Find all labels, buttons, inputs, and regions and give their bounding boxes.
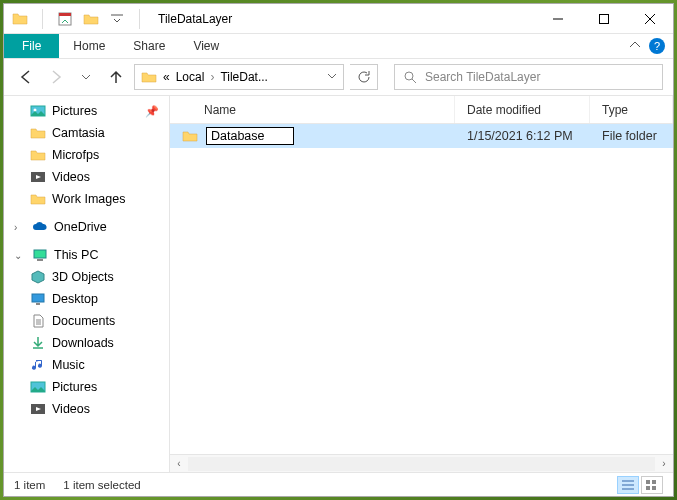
sidebar-item-videos-pc[interactable]: Videos — [12, 398, 169, 420]
svg-rect-7 — [37, 259, 43, 261]
file-row[interactable]: 1/15/2021 6:12 PM File folder — [170, 124, 673, 148]
up-button[interactable] — [104, 65, 128, 89]
music-icon — [30, 357, 46, 373]
search-input[interactable]: Search TileDataLayer — [394, 64, 663, 90]
folder-icon — [182, 128, 198, 144]
breadcrumb-prefix: « — [163, 70, 170, 84]
file-type: File folder — [590, 129, 673, 143]
new-folder-icon[interactable] — [83, 11, 99, 27]
chevron-right-icon[interactable]: › — [210, 70, 214, 84]
svg-rect-8 — [32, 294, 44, 302]
sidebar-item-documents[interactable]: Documents — [12, 310, 169, 332]
ribbon-tabs: File Home Share View ? — [4, 34, 673, 59]
pictures-icon — [30, 379, 46, 395]
forward-button[interactable] — [44, 65, 68, 89]
chevron-right-icon: › — [14, 222, 26, 233]
column-date[interactable]: Date modified — [455, 96, 590, 123]
onedrive-icon — [32, 219, 48, 235]
recent-dropdown-icon[interactable] — [74, 65, 98, 89]
properties-icon[interactable] — [57, 11, 73, 27]
sidebar-item-downloads[interactable]: Downloads — [12, 332, 169, 354]
pin-icon: 📌 — [145, 105, 159, 118]
selection-count: 1 item selected — [63, 479, 140, 491]
explorer-window: TileDataLayer File Home Share View ? « L… — [3, 3, 674, 497]
maximize-button[interactable] — [581, 4, 627, 34]
documents-icon — [30, 313, 46, 329]
breadcrumb[interactable]: TileDat... — [220, 70, 268, 84]
refresh-button[interactable] — [350, 64, 378, 90]
scroll-right-icon: › — [655, 458, 673, 469]
desktop-icon — [30, 291, 46, 307]
window-title: TileDataLayer — [158, 12, 232, 26]
svg-point-2 — [405, 72, 413, 80]
svg-rect-12 — [646, 480, 650, 484]
sidebar-item-onedrive[interactable]: ›OneDrive — [12, 216, 169, 238]
sidebar-item-music[interactable]: Music — [12, 354, 169, 376]
folder-icon — [12, 11, 28, 27]
file-list[interactable]: 1/15/2021 6:12 PM File folder — [170, 124, 673, 454]
videos-icon — [30, 401, 46, 417]
help-icon[interactable]: ? — [649, 38, 665, 54]
sidebar-item-videos[interactable]: Videos — [12, 166, 169, 188]
tab-share[interactable]: Share — [119, 34, 179, 58]
svg-rect-1 — [600, 14, 609, 23]
column-headers: Name Date modified Type — [170, 96, 673, 124]
address-dropdown-icon[interactable] — [327, 70, 337, 84]
address-box[interactable]: « Local › TileDat... — [134, 64, 344, 90]
icons-view-button[interactable] — [641, 476, 663, 494]
search-placeholder: Search TileDataLayer — [425, 70, 540, 84]
sidebar-item-microfps[interactable]: Microfps — [12, 144, 169, 166]
status-bar: 1 item 1 item selected — [4, 472, 673, 496]
sidebar-item-desktop[interactable]: Desktop — [12, 288, 169, 310]
sidebar-item-3d-objects[interactable]: 3D Objects — [12, 266, 169, 288]
3d-icon — [30, 269, 46, 285]
sidebar-item-work-images[interactable]: Work Images — [12, 188, 169, 210]
details-view-button[interactable] — [617, 476, 639, 494]
svg-rect-14 — [646, 486, 650, 490]
pictures-icon — [30, 103, 46, 119]
search-icon — [403, 70, 417, 84]
sidebar-item-camtasia[interactable]: Camtasia — [12, 122, 169, 144]
title-bar[interactable]: TileDataLayer — [4, 4, 673, 34]
file-tab[interactable]: File — [4, 34, 59, 58]
svg-rect-9 — [36, 303, 40, 305]
sidebar-item-pictures-pc[interactable]: Pictures — [12, 376, 169, 398]
folder-icon — [30, 147, 46, 163]
sidebar-item-pictures[interactable]: Pictures📌 — [12, 100, 169, 122]
tab-view[interactable]: View — [179, 34, 233, 58]
downloads-icon — [30, 335, 46, 351]
content-pane: Name Date modified Type 1/15/2021 6:12 P… — [169, 96, 673, 472]
file-date: 1/15/2021 6:12 PM — [455, 129, 590, 143]
item-count: 1 item — [14, 479, 45, 491]
videos-icon — [30, 169, 46, 185]
chevron-down-icon: ⌄ — [14, 250, 26, 261]
thispc-icon — [32, 247, 48, 263]
back-button[interactable] — [14, 65, 38, 89]
address-bar: « Local › TileDat... Search TileDataLaye… — [4, 59, 673, 95]
breadcrumb[interactable]: Local — [176, 70, 205, 84]
qat-dropdown-icon[interactable] — [109, 11, 125, 27]
svg-rect-15 — [652, 486, 656, 490]
folder-icon — [30, 191, 46, 207]
folder-icon — [141, 69, 157, 85]
minimize-button[interactable] — [535, 4, 581, 34]
scroll-left-icon: ‹ — [170, 458, 188, 469]
expand-ribbon-icon[interactable] — [629, 37, 641, 55]
close-button[interactable] — [627, 4, 673, 34]
rename-input[interactable] — [206, 127, 294, 145]
column-type[interactable]: Type — [590, 96, 673, 123]
svg-rect-6 — [34, 250, 46, 258]
folder-icon — [30, 125, 46, 141]
navigation-pane[interactable]: Pictures📌 Camtasia Microfps Videos Work … — [4, 96, 169, 472]
svg-rect-13 — [652, 480, 656, 484]
horizontal-scrollbar[interactable]: ‹ › — [170, 454, 673, 472]
sidebar-item-thispc[interactable]: ⌄This PC — [12, 244, 169, 266]
tab-home[interactable]: Home — [59, 34, 119, 58]
column-name[interactable]: Name — [170, 96, 455, 123]
